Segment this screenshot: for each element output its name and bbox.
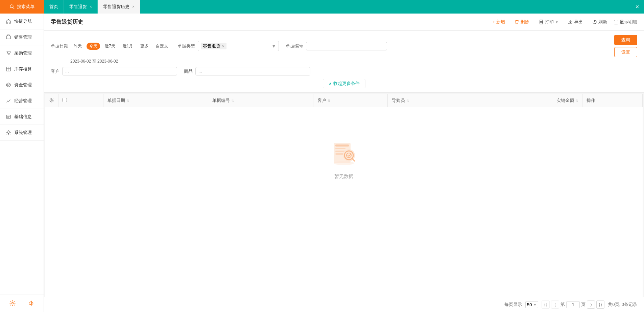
page-prev-button[interactable]: ⟨: [551, 300, 559, 309]
add-button[interactable]: + 新增: [490, 18, 508, 26]
th-customer-label: 客户: [317, 97, 326, 104]
export-button[interactable]: 导出: [565, 18, 586, 26]
select-all-checkbox[interactable]: [63, 98, 67, 102]
purchase-icon: [5, 50, 11, 56]
orderno-filter-input[interactable]: [306, 42, 387, 50]
window-close-button[interactable]: ×: [630, 0, 644, 14]
refresh-button[interactable]: 刷新: [590, 18, 610, 26]
svg-rect-2: [6, 36, 10, 39]
svg-point-3: [8, 54, 9, 55]
query-button[interactable]: 查询: [614, 35, 637, 45]
page-next-button[interactable]: ⟩: [587, 300, 595, 309]
date-yesterday[interactable]: 昨天: [71, 43, 85, 50]
tab-retail-return-close[interactable]: ×: [90, 4, 92, 9]
collapse-label: 收起更多条件: [333, 81, 360, 87]
per-page-label: 每页显示: [504, 302, 522, 308]
audio-button[interactable]: [26, 298, 37, 309]
guide-sort-icon[interactable]: ⇅: [406, 99, 409, 103]
tab-retail-return-history-close[interactable]: ×: [132, 4, 135, 9]
empty-text: 暂无数据: [334, 174, 353, 180]
customer-placeholder: ...: [65, 69, 69, 74]
collapse-button[interactable]: ∧ 收起更多条件: [323, 79, 365, 88]
sidebar-item-quicknav[interactable]: 快捷导航: [0, 14, 44, 29]
delete-button[interactable]: 删除: [512, 18, 532, 26]
type-tag: 零售退货 ×: [201, 43, 226, 49]
th-operation-label: 操作: [587, 98, 595, 103]
data-table: 单据日期 ⇅ 单据编号 ⇅ 客户: [45, 94, 643, 207]
th-date[interactable]: 单据日期 ⇅: [103, 94, 208, 107]
th-orderno-label: 单据编号: [212, 97, 230, 104]
date-sort-icon[interactable]: ⇅: [126, 99, 129, 103]
type-filter-select[interactable]: 零售退货 × ▼: [198, 41, 279, 51]
goods-filter-label: 商品: [184, 68, 193, 74]
date-today[interactable]: 今天: [87, 43, 100, 50]
add-label: + 新增: [493, 19, 505, 25]
settings-button[interactable]: [7, 298, 18, 309]
date-more[interactable]: 更多: [138, 43, 151, 50]
tabs-container: 首页 零售退货 × 零售退货历史 ×: [44, 0, 630, 14]
type-tag-remove[interactable]: ×: [222, 44, 224, 49]
sidebar-item-purchase-label: 采购管理: [14, 50, 32, 56]
print-label: 打印: [545, 19, 554, 25]
empty-illustration: [327, 134, 361, 168]
per-page-select[interactable]: 50 ▼: [525, 301, 538, 308]
orderno-filter-label: 单据编号: [286, 43, 303, 49]
th-orderno[interactable]: 单据编号 ⇅: [208, 94, 313, 107]
tab-home[interactable]: 首页: [44, 0, 64, 14]
settings-filter-button[interactable]: 设置: [614, 47, 637, 57]
sidebar-item-sales[interactable]: 销售管理: [0, 29, 44, 45]
th-customer[interactable]: 客户 ⇅: [313, 94, 388, 107]
main-layout: 快捷导航 销售管理 采购管理: [0, 14, 644, 312]
page-first-button[interactable]: ⟨⟨: [542, 300, 550, 309]
amount-sort-icon[interactable]: ⇅: [575, 99, 578, 103]
tab-retail-return-history[interactable]: 零售退货历史 ×: [98, 0, 140, 14]
date-1month[interactable]: 近1月: [120, 43, 136, 50]
date-filter-label: 单据日期: [51, 43, 68, 49]
customer-filter-input[interactable]: ...: [62, 67, 177, 75]
page-label: 第: [560, 302, 565, 308]
th-settings[interactable]: [45, 94, 58, 107]
per-page-chevron: ▼: [533, 303, 536, 307]
page-input[interactable]: [566, 301, 580, 308]
page-last-button[interactable]: ⟩⟩: [596, 300, 604, 309]
sidebar-item-basicinfo-label: 基础信息: [14, 114, 32, 120]
svg-point-12: [51, 99, 52, 101]
sidebar-item-operation[interactable]: 经营管理: [0, 93, 44, 109]
type-filter-item: 单据类型 零售退货 × ▼: [177, 41, 279, 51]
sidebar-item-sales-label: 销售管理: [14, 34, 32, 40]
sidebar-item-finance-label: 资金管理: [14, 82, 32, 88]
sidebar-item-inventory[interactable]: 库存核算: [0, 61, 44, 77]
th-checkbox[interactable]: [58, 94, 103, 107]
goods-filter-input[interactable]: ...: [195, 67, 310, 75]
th-amount[interactable]: 实销金额 ⇅: [477, 94, 582, 107]
th-guide[interactable]: 导购员 ⇅: [387, 94, 477, 107]
info-icon: [5, 114, 11, 120]
search-area[interactable]: 搜索菜单: [0, 0, 44, 14]
customer-sort-icon[interactable]: ⇅: [328, 99, 330, 103]
sidebar-item-system[interactable]: 系统管理: [0, 125, 44, 141]
show-detail-checkbox[interactable]: 显示明细: [614, 19, 637, 25]
search-label: 搜索菜单: [17, 4, 34, 10]
sidebar-item-purchase[interactable]: 采购管理: [0, 45, 44, 61]
svg-point-0: [10, 5, 13, 8]
delete-label: 删除: [521, 19, 529, 25]
sidebar-item-basicinfo[interactable]: 基础信息: [0, 109, 44, 125]
sidebar-item-finance[interactable]: 资金管理: [0, 77, 44, 93]
date-custom[interactable]: 自定义: [153, 43, 171, 50]
date-7days[interactable]: 近7天: [102, 43, 118, 50]
tab-retail-return-label: 零售退货: [69, 4, 87, 10]
delete-icon: [515, 20, 519, 24]
tab-retail-return[interactable]: 零售退货 ×: [64, 0, 98, 14]
show-detail-label: 显示明细: [620, 19, 637, 25]
print-button[interactable]: 打印 ▼: [536, 18, 561, 26]
show-detail-input[interactable]: [614, 20, 618, 24]
sidebar-item-system-label: 系统管理: [14, 130, 32, 136]
orderno-sort-icon[interactable]: ⇅: [231, 99, 234, 103]
home-icon: [5, 18, 11, 24]
action-buttons: 查询 设置: [614, 35, 637, 57]
empty-state: 暂无数据: [45, 107, 643, 207]
content-area: 零售退货历史 + 新增 删除 打印: [44, 14, 644, 312]
table-settings-icon[interactable]: [49, 98, 54, 103]
inventory-icon: [5, 66, 11, 72]
search-icon: [9, 4, 15, 9]
